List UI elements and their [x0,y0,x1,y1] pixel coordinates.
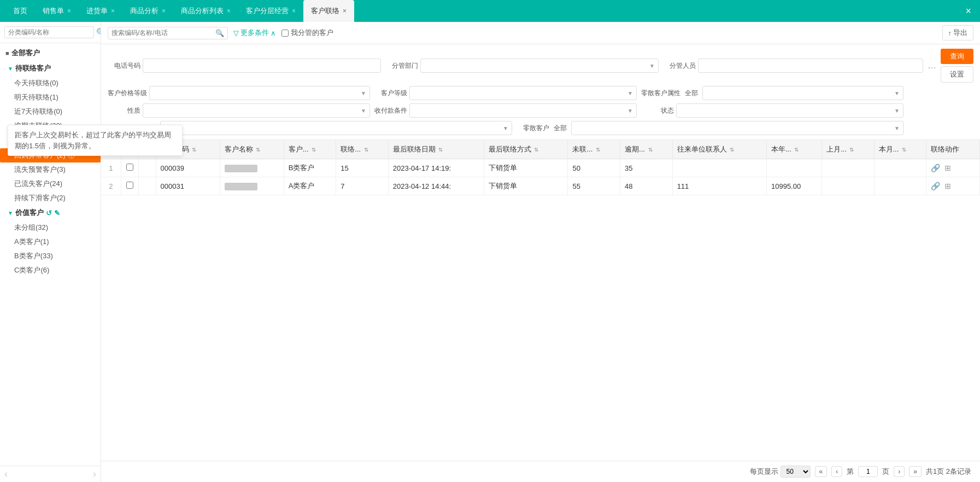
row-2-checkbox[interactable] [126,182,133,189]
sidebar-item-today[interactable]: 今天待联络(0) [0,76,101,90]
col-unit-contact-header[interactable]: 往来单位联系人 ⇅ [672,140,766,159]
export-button[interactable]: ↑ 导出 [942,25,974,40]
cell-last-month-1 [821,159,874,177]
sidebar-search-input[interactable] [4,26,94,38]
filter-phone-label: 电话号码 [108,61,140,71]
query-button[interactable]: 查询 [941,49,973,64]
col-last-contact-method-header[interactable]: 最后联络方式 ⇅ [484,140,568,159]
next-page-button[interactable]: › [894,466,905,477]
sidebar-bottom-left-arrow[interactable]: ‹ [4,468,8,480]
filter-price-grade-select[interactable]: ▼ [149,86,370,100]
filter-dept-select[interactable]: ▼ [420,59,659,73]
col-this-year-header[interactable]: 本年... ⇅ [766,140,821,159]
filter-customer-type-select[interactable]: ▼ [160,121,512,135]
last-page-button[interactable]: » [909,466,922,477]
more-conditions-btn[interactable]: ▽ 更多条件 ∧ [233,28,276,38]
value-customer-refresh-icon[interactable]: ↺ [46,209,52,217]
close-product-list-tab[interactable]: × [227,7,231,15]
filter-manager-dots[interactable]: … [928,61,936,71]
payment-dropdown-arrow: ▼ [627,108,633,114]
settings-button[interactable]: 设置 [941,66,973,83]
col-last-contact-date-header[interactable]: 最后联络日期 ⇅ [388,140,484,159]
method-link-1[interactable]: 下销货单 [489,164,517,172]
filter-retail-customer-label: 零散客户 [517,124,549,133]
row-2-link-icon[interactable]: 🔗 [931,182,940,190]
col-overdue-header[interactable]: 逾期... ⇅ [620,140,673,159]
page-size-wrap: 每页显示 50 100 200 [750,466,811,478]
filter-nature-label: 性质 [108,106,140,115]
method-link-2[interactable]: 下销货单 [489,182,517,190]
sidebar-section-waiting[interactable]: ▼ 待联络客户 [0,61,101,76]
filter-area: 电话号码 分管部门 ▼ 分管人员 … 查询 设置 [101,44,980,140]
filter-phone-input[interactable] [143,59,381,73]
sidebar-item-7days[interactable]: 近7天待联络(0) [0,104,101,119]
row-1-link-icon[interactable]: 🔗 [931,164,940,172]
nav-home[interactable]: 首页 [5,0,35,22]
filter-customer-type: 客户类型 ▼ [125,121,512,135]
sidebar-bottom-right-arrow[interactable]: › [93,468,96,480]
close-purchase-tab[interactable]: × [111,7,115,15]
search-icon[interactable]: 🔍 [215,29,224,37]
my-customer-checkbox[interactable] [281,30,289,37]
page-number-input[interactable] [858,466,878,477]
col-last-month-header[interactable]: 上月... ⇅ [821,140,874,159]
search-input[interactable] [112,29,215,37]
cell-contact-1: 15 [336,159,389,177]
filter-customer-grade-select[interactable]: ▼ [409,86,637,100]
cell-this-year-2: 10995.00 [766,177,821,195]
col-contact-header[interactable]: 联络... ⇅ [336,140,389,159]
sidebar-item-a-class[interactable]: A类客户(1) [0,235,101,249]
close-customer-contact-tab[interactable]: × [343,7,347,15]
window-close-button[interactable]: × [965,5,971,17]
my-customer-check[interactable]: 我分管的客户 [281,28,333,38]
sidebar-item-tomorrow[interactable]: 明天待联络(1) [0,90,101,104]
sort-code-icon: ⇅ [192,147,196,153]
sidebar-item-declining[interactable]: 持续下滑客户(2) [0,191,101,205]
nav-product-analysis[interactable]: 商品分析 × [122,0,173,22]
action-buttons: 查询 设置 [941,49,973,83]
nav-purchase[interactable]: 进货单 × [79,0,122,22]
filter-status-select[interactable]: ▼ [676,103,903,118]
sidebar-item-churn-warning[interactable]: 流失预警客户(3) [0,162,101,177]
sidebar-search-icon[interactable]: 🔍 [96,28,101,37]
filter-manager: 分管人员 … [663,59,936,73]
sort-name-icon: ⇅ [256,147,260,153]
nav-customer-layer[interactable]: 客户分层经营 × [238,0,303,22]
col-this-month-header[interactable]: 本月... ⇅ [874,140,926,159]
filter-row-2: 客户价格等级 ▼ 客户等级 ▼ 零散客户属性 全部 [108,86,973,100]
filter-payment-select[interactable]: ▼ [409,103,637,118]
filter-manager-input[interactable] [698,59,923,73]
filter-nature-select[interactable]: ▼ [143,103,370,118]
filter-status-label: 状态 [641,106,674,115]
nav-product-list[interactable]: 商品分析列表 × [173,0,238,22]
close-product-analysis-tab[interactable]: × [162,7,166,15]
nav-customer-contact[interactable]: 客户联络 × [303,0,354,22]
sort-type-icon: ⇅ [312,147,316,153]
page-size-select[interactable]: 50 100 200 [781,466,811,478]
sidebar-all-customers[interactable]: ■ 全部客户 [0,45,101,61]
col-type-header[interactable]: 客户... ⇅ [284,140,336,159]
row-1-grid-icon[interactable]: ⊞ [944,164,951,172]
close-sales-tab[interactable]: × [67,7,71,15]
nav-sales[interactable]: 销售单 × [35,0,79,22]
row-1-checkbox[interactable] [126,164,133,171]
row-2-grid-icon[interactable]: ⊞ [944,182,951,190]
close-customer-layer-tab[interactable]: × [292,7,296,15]
first-page-button[interactable]: « [815,466,828,477]
col-name-header[interactable]: 客户名称 ⇅ [220,140,284,159]
filter-row-4: … 客户类型 ▼ 零散客户 全部 ▼ [108,121,973,135]
sidebar-item-ungrouped[interactable]: 未分组(32) [0,220,101,235]
filter-retail-attr-select[interactable]: ▼ [702,86,903,100]
col-uncontacted-header[interactable]: 未联... ⇅ [568,140,620,159]
sidebar-item-c-class[interactable]: C类客户(6) [0,263,101,277]
sidebar-item-churned[interactable]: 已流失客户(24) [0,177,101,191]
filter-price-grade: 客户价格等级 ▼ [108,86,370,100]
sidebar-section-value[interactable]: ▼ 价值客户 ↺ ✎ [0,205,101,220]
filter-manager-label: 分管人员 [663,61,696,71]
prev-page-button[interactable]: ‹ [831,466,842,477]
sidebar-tree: ■ 全部客户 ▼ 待联络客户 今天待联络(0) 明天待联络(1) 近7天待联络(… [0,43,101,466]
sidebar-item-b-class[interactable]: B类客户(33) [0,249,101,263]
filter-retail-customer-select[interactable]: ▼ [571,121,903,135]
value-customer-edit-icon[interactable]: ✎ [54,209,60,217]
cell-this-year-1 [766,159,821,177]
